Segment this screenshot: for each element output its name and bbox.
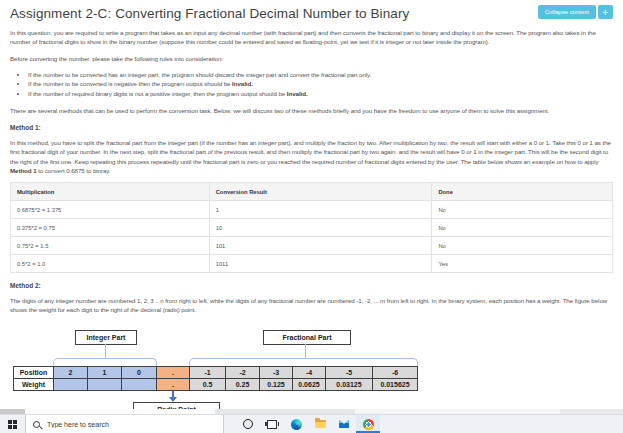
chrome-button[interactable] xyxy=(356,415,380,433)
position-cell: -1 xyxy=(190,366,226,378)
methods-note: There are several methods that can be us… xyxy=(10,106,613,115)
column-header: Done xyxy=(432,183,613,201)
table-cell: No xyxy=(432,237,613,255)
table-cell: 1 xyxy=(209,201,432,219)
method1-heading: Method 1: xyxy=(10,124,613,131)
windows-taskbar xyxy=(0,414,623,433)
method2-paragraph: The digits of any integer number are num… xyxy=(10,296,613,315)
method1-text: to convert 0.6875 to binray. xyxy=(37,167,111,174)
position-row: Position 2 1 0 . -1 -2 -3 -4 -5 -6 xyxy=(14,366,418,378)
position-cell: -6 xyxy=(373,366,418,378)
weight-row: Weight . 0.5 0.25 0.125 0.0625 0.03125 0… xyxy=(14,378,418,390)
weight-cell xyxy=(122,378,157,390)
column-header: Multiplication xyxy=(11,183,210,201)
edge-button[interactable] xyxy=(284,415,308,433)
collapse-context-button[interactable]: Collapse context xyxy=(538,5,596,19)
weight-cell: 0.015625 xyxy=(373,378,418,390)
fractional-part-label: Fractional Part xyxy=(263,330,351,345)
table-cell: No xyxy=(432,201,613,219)
mail-button[interactable] xyxy=(332,415,356,433)
table-cell: 0.5*2 = 1.0 xyxy=(11,255,210,273)
position-cell: -4 xyxy=(293,366,326,378)
column-header: Conversion Result xyxy=(209,183,432,201)
table-row: 0.5*2 = 1.0 1011 Yes xyxy=(11,255,613,273)
position-cell: -5 xyxy=(326,366,373,378)
windows-logo-icon xyxy=(8,420,12,424)
start-button[interactable] xyxy=(0,415,25,433)
table-row: 0.75*2 = 1.5 101 No xyxy=(11,237,613,255)
conversion-table: Multiplication Conversion Result Done 0.… xyxy=(10,182,613,273)
edge-icon xyxy=(291,419,302,430)
cortana-icon xyxy=(243,419,253,429)
search-input[interactable] xyxy=(45,420,199,429)
method1-bold: Method 1 xyxy=(10,167,37,174)
table-cell: 0.375*2 = 0.75 xyxy=(11,219,210,237)
task-view-icon xyxy=(267,420,277,429)
search-icon xyxy=(33,421,40,428)
header-buttons: Collapse context ✛ xyxy=(538,5,613,19)
rule-text: If the number to be converted has an int… xyxy=(28,71,371,78)
table-cell: Yes xyxy=(432,255,613,273)
chrome-icon xyxy=(363,419,374,430)
page-title: Assignment 2-C: Converting Fractional De… xyxy=(10,6,409,21)
table-cell: 1011 xyxy=(209,255,432,273)
method1-text: In this method, you have to split the fr… xyxy=(10,139,611,165)
table-cell: 10 xyxy=(209,219,432,237)
taskbar-icons xyxy=(236,415,380,433)
table-cell: 0.75*2 = 1.5 xyxy=(11,237,210,255)
weight-cell: 0.25 xyxy=(226,378,260,390)
position-cell: -2 xyxy=(226,366,260,378)
radix-cell: . xyxy=(157,378,190,390)
page-header: Assignment 2-C: Converting Fractional De… xyxy=(10,4,613,28)
integer-brace xyxy=(53,358,157,366)
radix-point-label: Radix Point xyxy=(133,402,220,409)
mail-icon xyxy=(339,420,349,428)
table-cell: 101 xyxy=(209,237,432,255)
table-row: 0.6875*2 = 1.375 1 No xyxy=(11,201,613,219)
radix-cell: . xyxy=(157,366,190,378)
weights-diagram: Integer Part Fractional Part Position 2 … xyxy=(10,327,613,409)
cortana-button[interactable] xyxy=(236,415,260,433)
expand-button[interactable]: ✛ xyxy=(598,5,613,19)
intro-paragraph: In this question, you are required to wr… xyxy=(10,28,613,47)
position-cell: 1 xyxy=(88,366,122,378)
integer-brace-stem xyxy=(105,344,106,358)
row-label: Weight xyxy=(14,378,54,390)
weight-cell xyxy=(88,378,122,390)
rule-bold: Invalid. xyxy=(287,90,308,97)
integer-part-label: Integer Part xyxy=(75,330,137,345)
rule-item: If the number to be converted is negativ… xyxy=(28,79,613,89)
weight-cell: 0.03125 xyxy=(326,378,373,390)
weight-cell: 0.5 xyxy=(190,378,226,390)
position-cell: 2 xyxy=(54,366,88,378)
table-header-row: Multiplication Conversion Result Done xyxy=(11,183,613,201)
weight-cell xyxy=(54,378,88,390)
rule-text: If the number of required binary digits … xyxy=(28,90,287,97)
fractional-brace-stem xyxy=(305,344,306,358)
taskbar-search[interactable] xyxy=(25,415,224,433)
rule-text: If the number to be converted is negativ… xyxy=(28,80,232,87)
position-weight-table: Position 2 1 0 . -1 -2 -3 -4 -5 -6 Weigh… xyxy=(13,366,418,391)
weight-cell: 0.0625 xyxy=(293,378,326,390)
task-view-button[interactable] xyxy=(260,415,284,433)
method1-paragraph: In this method, you have to split the fr… xyxy=(10,138,613,175)
position-cell: -3 xyxy=(260,366,293,378)
row-label: Position xyxy=(14,366,54,378)
expand-icon: ✛ xyxy=(603,9,609,16)
position-cell: 0 xyxy=(122,366,157,378)
rule-item: If the number of required binary digits … xyxy=(28,89,613,99)
assignment-page: Assignment 2-C: Converting Fractional De… xyxy=(0,0,623,409)
fractional-brace xyxy=(189,358,418,366)
weight-cell: 0.125 xyxy=(260,378,293,390)
table-cell: 0.6875*2 = 1.375 xyxy=(11,201,210,219)
file-explorer-icon xyxy=(315,420,326,428)
rule-item: If the number to be converted has an int… xyxy=(28,70,613,80)
rule-bold: Invalid. xyxy=(232,80,253,87)
table-cell: No xyxy=(432,219,613,237)
method2-heading: Method 2: xyxy=(10,282,613,289)
rules-list: If the number to be converted has an int… xyxy=(28,70,613,99)
table-row: 0.375*2 = 0.75 10 No xyxy=(11,219,613,237)
rules-intro: Before converting the number, please tak… xyxy=(10,54,613,63)
file-explorer-button[interactable] xyxy=(308,415,332,433)
